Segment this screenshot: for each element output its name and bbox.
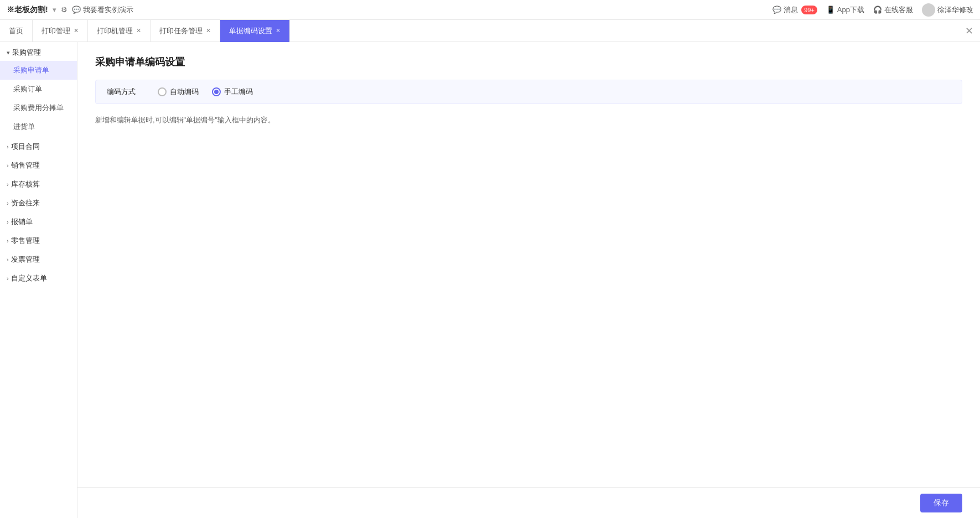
content-area: 采购申请单编码设置 编码方式 自动编码 手工编码 新增和编辑单据时,可以编辑"单… (77, 42, 980, 518)
close-all-tabs[interactable]: ✕ (958, 25, 980, 37)
sidebar-group-sales-label: 销售管理 (11, 160, 40, 170)
message-icon-item[interactable]: 💬 消息 99+ (772, 5, 817, 15)
chevron-right-icon8: › (7, 275, 9, 282)
sidebar-item-purchase-order-label: 采购订单 (13, 85, 42, 93)
sidebar-group-title-project[interactable]: › 项目合同 (0, 136, 77, 155)
sidebar: ▾ 采购管理 采购申请单 采购订单 采购费用分摊单 进货单 › 项目合同 (0, 42, 77, 518)
sidebar-group-title-retail[interactable]: › 零售管理 (0, 230, 77, 249)
settings-icon[interactable]: ⚙ (61, 6, 68, 14)
tab-bar: 首页 打印管理 ✕ 打印机管理 ✕ 打印任务管理 ✕ 单据编码设置 ✕ ✕ (0, 20, 980, 42)
sidebar-group-custom-form: › 自定义表单 (0, 268, 77, 287)
auto-encoding-option[interactable]: 自动编码 (158, 87, 199, 97)
main-layout: ▾ 采购管理 采购申请单 采购订单 采购费用分摊单 进货单 › 项目合同 (0, 42, 980, 518)
sidebar-group-procurement-label: 采购管理 (12, 48, 41, 58)
top-bar-left: ※老板勿割! ▾ ⚙ 💬 我要看实例演示 (7, 5, 133, 15)
sidebar-group-expense: › 报销单 (0, 211, 77, 230)
user-item[interactable]: 徐泽华修改 (922, 3, 973, 17)
chevron-right-icon5: › (7, 219, 9, 225)
online-service-label: 在线客服 (884, 5, 913, 15)
bottom-bar: 保存 (77, 487, 980, 518)
sidebar-item-procurement-request[interactable]: 采购申请单 (0, 61, 77, 80)
manual-encoding-option[interactable]: 手工编码 (212, 87, 253, 97)
demo-link[interactable]: 💬 我要看实例演示 (72, 5, 133, 15)
user-name: 徐泽华修改 (937, 5, 973, 15)
chevron-right-icon6: › (7, 237, 9, 244)
app-download-label: App下载 (837, 5, 864, 15)
sidebar-group-title-invoice[interactable]: › 发票管理 (0, 249, 77, 268)
sidebar-item-purchase-order[interactable]: 采购订单 (0, 80, 77, 99)
encoding-method-label: 编码方式 (107, 87, 136, 97)
auto-encoding-label: 自动编码 (170, 87, 199, 97)
sidebar-group-inventory-label: 库存核算 (11, 179, 40, 189)
sidebar-group-sales: › 销售管理 (0, 155, 77, 174)
sidebar-item-inbound[interactable]: 进货单 (0, 117, 77, 136)
tab-print-task-close[interactable]: ✕ (206, 27, 211, 34)
logo-text: ※老板勿割! (7, 5, 48, 15)
app-download-icon: 📱 (826, 6, 835, 14)
demo-text: 我要看实例演示 (83, 5, 133, 15)
sidebar-group-invoice: › 发票管理 (0, 249, 77, 268)
sidebar-item-inbound-label: 进货单 (13, 122, 35, 131)
app-download-item[interactable]: 📱 App下载 (826, 5, 864, 15)
tab-print-management-label: 打印管理 (42, 26, 70, 36)
chevron-right-icon7: › (7, 256, 9, 263)
sidebar-group-title-procurement[interactable]: ▾ 采购管理 (0, 42, 77, 61)
auto-encoding-radio[interactable] (158, 87, 167, 96)
tab-print-task[interactable]: 打印任务管理 ✕ (151, 20, 220, 42)
tab-encoding-settings[interactable]: 单据编码设置 ✕ (220, 20, 290, 42)
sidebar-group-project: › 项目合同 (0, 136, 77, 155)
sidebar-group-expense-label: 报销单 (11, 217, 33, 227)
sidebar-group-retail: › 零售管理 (0, 230, 77, 249)
chevron-right-icon: › (7, 143, 9, 150)
top-bar: ※老板勿割! ▾ ⚙ 💬 我要看实例演示 💬 消息 99+ 📱 App下载 🎧 … (0, 0, 980, 20)
tab-printer-management-label: 打印机管理 (97, 26, 133, 36)
tab-encoding-settings-label: 单据编码设置 (229, 26, 272, 36)
tab-print-task-label: 打印任务管理 (159, 26, 203, 36)
sidebar-group-title-expense[interactable]: › 报销单 (0, 211, 77, 230)
manual-encoding-label: 手工编码 (224, 87, 253, 97)
chevron-down-icon: ▾ (7, 49, 10, 56)
sidebar-item-procurement-expense[interactable]: 采购费用分摊单 (0, 99, 77, 117)
tab-encoding-settings-close[interactable]: ✕ (276, 27, 281, 34)
sidebar-item-procurement-expense-label: 采购费用分摊单 (13, 103, 64, 112)
encoding-row: 编码方式 自动编码 手工编码 (95, 80, 962, 104)
tab-print-management-close[interactable]: ✕ (74, 27, 79, 34)
sidebar-group-capital-label: 资金往来 (11, 198, 40, 208)
sidebar-group-custom-form-label: 自定义表单 (11, 273, 47, 283)
manual-encoding-radio[interactable] (212, 87, 221, 96)
tab-printer-management-close[interactable]: ✕ (136, 27, 141, 34)
message-badge: 99+ (801, 6, 817, 14)
online-service-icon: 🎧 (873, 6, 882, 14)
top-bar-right: 💬 消息 99+ 📱 App下载 🎧 在线客服 徐泽华修改 (772, 3, 973, 17)
sidebar-group-title-custom-form[interactable]: › 自定义表单 (0, 268, 77, 287)
message-icon: 💬 (772, 6, 781, 14)
tab-print-management[interactable]: 打印管理 ✕ (33, 20, 88, 42)
tab-home-label: 首页 (9, 26, 23, 36)
sidebar-group-invoice-label: 发票管理 (11, 255, 40, 265)
sidebar-group-capital: › 资金往来 (0, 193, 77, 211)
sidebar-group-retail-label: 零售管理 (11, 236, 40, 246)
arrow-icon[interactable]: ▾ (53, 6, 56, 14)
sidebar-item-procurement-request-label: 采购申请单 (13, 66, 49, 74)
hint-text: 新增和编辑单据时,可以编辑"单据编号"输入框中的内容。 (95, 115, 962, 125)
message-label: 消息 (784, 5, 798, 15)
demo-icon: 💬 (72, 6, 81, 14)
sidebar-group-procurement: ▾ 采购管理 采购申请单 采购订单 采购费用分摊单 进货单 (0, 42, 77, 136)
sidebar-group-title-inventory[interactable]: › 库存核算 (0, 174, 77, 193)
tab-home[interactable]: 首页 (0, 20, 33, 42)
online-service-item[interactable]: 🎧 在线客服 (873, 5, 913, 15)
chevron-right-icon3: › (7, 181, 9, 188)
sidebar-group-inventory: › 库存核算 (0, 174, 77, 193)
sidebar-group-title-sales[interactable]: › 销售管理 (0, 155, 77, 174)
save-button[interactable]: 保存 (920, 494, 962, 512)
avatar (922, 3, 935, 17)
chevron-right-icon2: › (7, 162, 9, 169)
tab-printer-management[interactable]: 打印机管理 ✕ (88, 20, 151, 42)
content-main: 采购申请单编码设置 编码方式 自动编码 手工编码 新增和编辑单据时,可以编辑"单… (77, 42, 980, 487)
sidebar-group-title-capital[interactable]: › 资金往来 (0, 193, 77, 211)
sidebar-group-project-label: 项目合同 (11, 142, 40, 152)
chevron-right-icon4: › (7, 200, 9, 206)
page-title: 采购申请单编码设置 (95, 55, 962, 69)
